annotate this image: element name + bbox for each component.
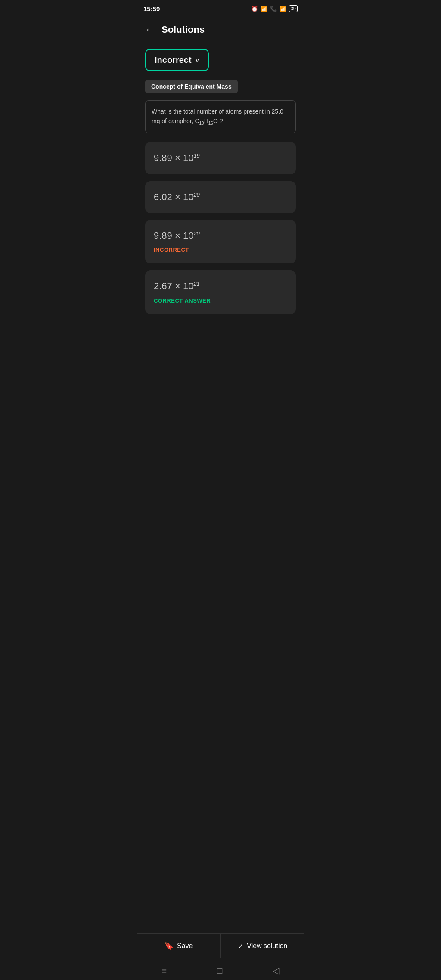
alarm-icon: ⏰ <box>251 6 258 12</box>
phone-icon: 📞 <box>270 6 277 12</box>
status-bar: 15:59 ⏰ 📶 📞 📶 39 <box>137 0 304 17</box>
page-header: ← Solutions <box>137 17 304 42</box>
correct-status-label: CORRECT ANSWER <box>154 297 287 304</box>
incorrect-badge[interactable]: Incorrect ∨ <box>145 49 209 71</box>
answer-option-2[interactable]: 6.02 × 1020 <box>145 181 296 213</box>
answer-option-4[interactable]: 2.67 × 1021 CORRECT ANSWER <box>145 270 296 314</box>
back-button[interactable]: ← <box>145 25 155 34</box>
signal-icon: 📶 <box>280 6 286 12</box>
answer-option-3[interactable]: 9.89 × 1020 INCORRECT <box>145 220 296 263</box>
answer-option-1[interactable]: 9.89 × 1019 <box>145 142 296 174</box>
answer-value-4: 2.67 × 1021 <box>154 281 287 292</box>
status-time: 15:59 <box>143 5 160 12</box>
incorrect-label: Incorrect <box>155 55 192 65</box>
question-text: What is the total number of atoms presen… <box>152 107 289 127</box>
page-title: Solutions <box>161 24 205 35</box>
concept-tag[interactable]: Concept of Equivalent Mass <box>145 80 238 93</box>
answer-value-2: 6.02 × 1020 <box>154 192 287 203</box>
main-content: Incorrect ∨ Concept of Equivalent Mass W… <box>137 42 304 330</box>
wifi-icon: 📶 <box>261 6 267 12</box>
answer-value-1: 9.89 × 1019 <box>154 152 287 164</box>
incorrect-status-label: INCORRECT <box>154 247 287 253</box>
battery-icon: 39 <box>289 5 298 12</box>
status-icons: ⏰ 📶 📞 📶 39 <box>251 5 298 12</box>
answer-value-3: 9.89 × 1020 <box>154 230 287 241</box>
question-box: What is the total number of atoms presen… <box>145 100 296 133</box>
chevron-down-icon: ∨ <box>195 57 199 64</box>
answer-options: 9.89 × 1019 6.02 × 1020 9.89 × 1020 INCO… <box>145 142 296 314</box>
